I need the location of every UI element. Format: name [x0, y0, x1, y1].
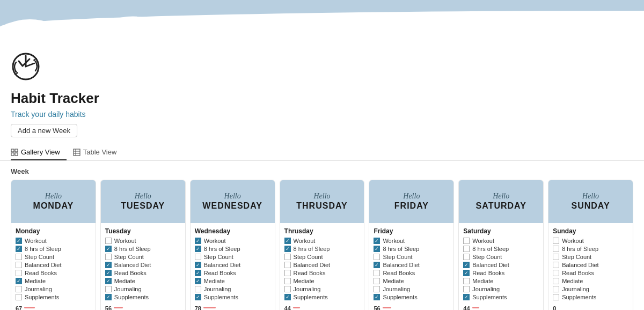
- habit-checkbox[interactable]: ✓: [374, 262, 380, 268]
- habit-checkbox[interactable]: ✓: [16, 238, 22, 244]
- habit-checkbox[interactable]: [553, 270, 559, 276]
- habit-checkbox[interactable]: [284, 262, 291, 268]
- list-item[interactable]: 8 hrs of Sleep: [553, 246, 628, 252]
- list-item[interactable]: ✓8 hrs of Sleep: [195, 246, 270, 252]
- list-item[interactable]: Step Count: [553, 254, 628, 260]
- list-item[interactable]: ✓Workout: [16, 238, 91, 244]
- list-item[interactable]: ✓Balanced Diet: [463, 262, 539, 268]
- habit-checkbox[interactable]: [463, 278, 470, 284]
- habit-checkbox[interactable]: [195, 286, 201, 292]
- list-item[interactable]: Mediate: [284, 278, 360, 284]
- list-item[interactable]: Balanced Diet: [16, 262, 91, 268]
- habit-checkbox[interactable]: ✓: [195, 246, 201, 252]
- list-item[interactable]: Mediate: [374, 278, 449, 284]
- list-item[interactable]: Journaling: [195, 286, 270, 292]
- list-item[interactable]: Journaling: [105, 286, 181, 292]
- habit-checkbox[interactable]: [16, 286, 22, 292]
- tab-table[interactable]: Table View: [73, 145, 123, 160]
- list-item[interactable]: Workout: [553, 238, 628, 244]
- list-item[interactable]: ✓Read Books: [195, 270, 270, 276]
- list-item[interactable]: ✓Supplements: [105, 294, 181, 300]
- habit-checkbox[interactable]: ✓: [463, 294, 470, 300]
- list-item[interactable]: ✓Supplements: [463, 294, 539, 300]
- list-item[interactable]: Workout: [463, 238, 539, 244]
- list-item[interactable]: Step Count: [374, 254, 449, 260]
- list-item[interactable]: ✓Supplements: [374, 294, 449, 300]
- list-item[interactable]: Journaling: [16, 286, 91, 292]
- habit-checkbox[interactable]: [284, 270, 291, 276]
- habit-checkbox[interactable]: ✓: [463, 262, 470, 268]
- habit-checkbox[interactable]: [284, 286, 291, 292]
- habit-checkbox[interactable]: [553, 254, 559, 260]
- list-item[interactable]: ✓8 hrs of Sleep: [16, 246, 91, 252]
- habit-checkbox[interactable]: [553, 246, 559, 252]
- list-item[interactable]: Mediate: [463, 278, 539, 284]
- habit-checkbox[interactable]: [463, 286, 470, 292]
- list-item[interactable]: ✓Read Books: [105, 270, 181, 276]
- habit-checkbox[interactable]: [16, 294, 22, 300]
- list-item[interactable]: Journaling: [463, 286, 539, 292]
- list-item[interactable]: Journaling: [553, 286, 628, 292]
- habit-checkbox[interactable]: ✓: [195, 262, 201, 268]
- habit-checkbox[interactable]: ✓: [195, 294, 201, 300]
- habit-checkbox[interactable]: [16, 270, 22, 276]
- habit-checkbox[interactable]: ✓: [374, 238, 380, 244]
- habit-checkbox[interactable]: [195, 254, 201, 260]
- habit-checkbox[interactable]: [553, 262, 559, 268]
- list-item[interactable]: Supplements: [16, 294, 91, 300]
- habit-checkbox[interactable]: ✓: [16, 278, 22, 284]
- habit-checkbox[interactable]: [374, 278, 380, 284]
- list-item[interactable]: 8 hrs of Sleep: [463, 246, 539, 252]
- habit-checkbox[interactable]: ✓: [16, 246, 22, 252]
- list-item[interactable]: Read Books: [553, 270, 628, 276]
- habit-checkbox[interactable]: ✓: [284, 294, 291, 300]
- habit-checkbox[interactable]: ✓: [374, 246, 380, 252]
- habit-checkbox[interactable]: [105, 254, 112, 260]
- list-item[interactable]: Step Count: [463, 254, 539, 260]
- list-item[interactable]: ✓Mediate: [105, 278, 181, 284]
- list-item[interactable]: Journaling: [374, 286, 449, 292]
- list-item[interactable]: ✓Balanced Diet: [105, 262, 181, 268]
- list-item[interactable]: Step Count: [105, 254, 181, 260]
- list-item[interactable]: ✓Balanced Diet: [374, 262, 449, 268]
- habit-checkbox[interactable]: [553, 286, 559, 292]
- habit-checkbox[interactable]: ✓: [195, 238, 201, 244]
- list-item[interactable]: Mediate: [553, 278, 628, 284]
- habit-checkbox[interactable]: [284, 254, 291, 260]
- habit-checkbox[interactable]: [374, 254, 380, 260]
- list-item[interactable]: Balanced Diet: [553, 262, 628, 268]
- habit-checkbox[interactable]: ✓: [105, 270, 112, 276]
- list-item[interactable]: ✓8 hrs of Sleep: [105, 246, 181, 252]
- habit-checkbox[interactable]: ✓: [195, 270, 201, 276]
- list-item[interactable]: Workout: [105, 238, 181, 244]
- habit-checkbox[interactable]: [374, 270, 380, 276]
- list-item[interactable]: ✓Mediate: [16, 278, 91, 284]
- list-item[interactable]: Read Books: [16, 270, 91, 276]
- list-item[interactable]: Step Count: [195, 254, 270, 260]
- habit-checkbox[interactable]: ✓: [463, 270, 470, 276]
- habit-checkbox[interactable]: [463, 254, 470, 260]
- list-item[interactable]: Read Books: [284, 270, 360, 276]
- habit-checkbox[interactable]: ✓: [284, 238, 291, 244]
- list-item[interactable]: Supplements: [553, 294, 628, 300]
- list-item[interactable]: ✓8 hrs of Sleep: [374, 246, 449, 252]
- list-item[interactable]: Read Books: [374, 270, 449, 276]
- habit-checkbox[interactable]: ✓: [284, 246, 291, 252]
- list-item[interactable]: ✓Workout: [374, 238, 449, 244]
- habit-checkbox[interactable]: [463, 246, 470, 252]
- habit-checkbox[interactable]: [16, 262, 22, 268]
- habit-checkbox[interactable]: [553, 278, 559, 284]
- habit-checkbox[interactable]: ✓: [195, 278, 201, 284]
- list-item[interactable]: ✓Workout: [284, 238, 360, 244]
- habit-checkbox[interactable]: [284, 278, 291, 284]
- list-item[interactable]: Step Count: [284, 254, 360, 260]
- habit-checkbox[interactable]: [553, 238, 559, 244]
- habit-checkbox[interactable]: ✓: [374, 294, 380, 300]
- habit-checkbox[interactable]: ✓: [105, 278, 112, 284]
- habit-checkbox[interactable]: ✓: [105, 246, 112, 252]
- list-item[interactable]: ✓Supplements: [284, 294, 360, 300]
- tab-gallery[interactable]: Gallery View: [11, 145, 67, 160]
- list-item[interactable]: ✓Balanced Diet: [195, 262, 270, 268]
- list-item[interactable]: Journaling: [284, 286, 360, 292]
- add-week-button[interactable]: Add a new Week: [11, 124, 77, 137]
